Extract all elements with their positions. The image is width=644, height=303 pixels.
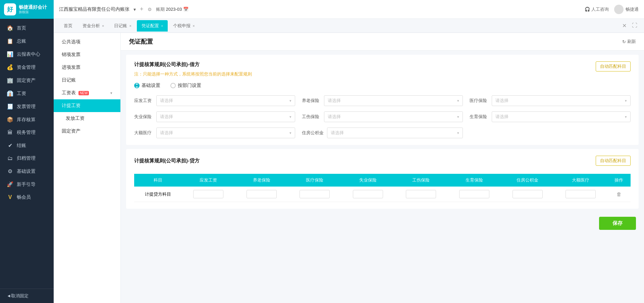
- yanglao-input[interactable]: [247, 190, 277, 198]
- tab-voucher-config[interactable]: 凭证配置 ×: [137, 20, 168, 32]
- chevron-down-icon: ▾: [457, 115, 459, 119]
- gongshang-input[interactable]: [406, 190, 436, 198]
- row-shengyu-input-cell: [448, 187, 501, 202]
- yanglao-baoxian-select[interactable]: 请选择 ▾: [324, 95, 463, 106]
- company-dropdown-icon[interactable]: ▾: [133, 7, 136, 12]
- topbar-right: 🎧 人工咨询 畅捷通: [585, 5, 639, 14]
- sidebar-item-invoice[interactable]: 🧾 发票管理: [0, 100, 54, 113]
- chevron-down-icon: ▾: [457, 99, 459, 103]
- sidebar-nav: 🏠 首页 📋 总账 📊 云报表中心 💰 资金管理 🏢 固定资产 👔 工资 🧾 发…: [0, 19, 54, 289]
- tab-label: 个税申报: [173, 23, 191, 29]
- menu-item-public[interactable]: 公共选项: [54, 36, 120, 48]
- sidebar-item-reports[interactable]: 📊 云报表中心: [0, 48, 54, 61]
- sidebar-item-home[interactable]: 🏠 首页: [0, 21, 54, 35]
- debit-auto-match-button[interactable]: 自动匹配科目: [596, 61, 631, 71]
- col-yingfa: 应发工资: [182, 174, 235, 187]
- delete-row-button[interactable]: 🗑: [616, 191, 622, 197]
- tab-journal[interactable]: 日记账 ×: [109, 20, 136, 32]
- menu-item-pay-salary[interactable]: 发放工资: [54, 112, 120, 125]
- tab-fund-analysis[interactable]: 资金分析 ×: [78, 20, 109, 32]
- calendar-icon[interactable]: 📅: [183, 7, 189, 12]
- sidebar-item-close[interactable]: ✔ 结账: [0, 139, 54, 152]
- col-shengyu: 生育保险: [448, 174, 501, 187]
- sidebar-item-tax[interactable]: 🏛 税务管理: [0, 126, 54, 139]
- menu-item-fixed-assets[interactable]: 固定资产: [54, 125, 120, 138]
- tabbar-right: ✕ ⛶: [621, 21, 639, 30]
- menu-item-wage-table[interactable]: 工资表 NEW ▾: [54, 87, 120, 99]
- menu-item-purchase-invoice[interactable]: 进项发票: [54, 61, 120, 74]
- company-name: 江西服宝精品有限责任公司内账张: [59, 6, 129, 12]
- main-area: 江西服宝精品有限责任公司内账张 ▾ + ⚙ 账期 2023-03 📅 🎧 人工咨…: [54, 0, 644, 303]
- shiye-input[interactable]: [353, 190, 383, 198]
- sidebar-item-ledger[interactable]: 📋 总账: [0, 35, 54, 48]
- expand-tab-ctrl-icon[interactable]: ⛶: [631, 21, 639, 30]
- inventory-icon: 📦: [7, 116, 13, 123]
- credit-auto-match-button[interactable]: 自动匹配科目: [596, 156, 631, 166]
- sidebar-item-label: 税务管理: [17, 130, 36, 136]
- radio-label: 按部门设置: [178, 83, 201, 89]
- field-gongshang-baoxian: 工伤保险 请选择 ▾: [302, 111, 463, 122]
- sidebar-item-vip[interactable]: V 畅会员: [0, 191, 54, 204]
- shengyu-input[interactable]: [459, 190, 489, 198]
- yingfa-input[interactable]: [193, 190, 223, 198]
- funds-icon: 💰: [7, 64, 13, 70]
- period-value[interactable]: 2023-03: [166, 7, 182, 12]
- yiliao-input[interactable]: [300, 190, 330, 198]
- sidebar-item-assets[interactable]: 🏢 固定资产: [0, 74, 54, 87]
- username: 畅捷通: [626, 6, 639, 12]
- refresh-button[interactable]: ↻ 刷新: [622, 39, 636, 45]
- tab-close-icon[interactable]: ×: [193, 24, 195, 28]
- sidebar-item-settings[interactable]: ⚙ 基础设置: [0, 165, 54, 178]
- tab-close-icon[interactable]: ×: [161, 24, 163, 28]
- field-label: 住房公积金: [302, 130, 324, 136]
- menu-label: 发放工资: [66, 115, 85, 121]
- close-tab-ctrl-icon[interactable]: ✕: [621, 21, 628, 30]
- add-company-button[interactable]: +: [140, 6, 144, 13]
- radio-unchecked-icon: [170, 83, 176, 88]
- user-menu[interactable]: 畅捷通: [614, 5, 639, 14]
- radio-dept-setting[interactable]: 按部门设置: [170, 83, 201, 89]
- app-name: 畅捷通好会计: [19, 4, 47, 10]
- col-shiye: 失业保险: [341, 174, 395, 187]
- tab-close-icon[interactable]: ×: [129, 24, 131, 28]
- unpin-label: ◄取消固定: [7, 293, 29, 299]
- yiliao-baoxian-select[interactable]: 请选择 ▾: [492, 95, 631, 106]
- select-placeholder: 请选择: [495, 98, 508, 104]
- sidebar-item-funds[interactable]: 💰 资金管理: [0, 61, 54, 74]
- settings-icon: ⚙: [7, 168, 13, 174]
- tab-label: 首页: [64, 23, 72, 29]
- chevron-down-icon: ▾: [625, 99, 627, 103]
- sidebar-item-inventory[interactable]: 📦 库存核算: [0, 113, 54, 126]
- refresh-label: 刷新: [627, 39, 636, 45]
- menu-item-sales-invoice[interactable]: 销项发票: [54, 48, 120, 61]
- tab-home[interactable]: 首页: [59, 20, 77, 32]
- gongshang-baoxian-select[interactable]: 请选择 ▾: [324, 111, 463, 122]
- tab-tax-filing[interactable]: 个税申报 ×: [168, 20, 199, 32]
- tab-close-icon[interactable]: ×: [102, 24, 104, 28]
- save-button[interactable]: 保存: [599, 217, 636, 230]
- zhufang-gongjijin-select[interactable]: 请选择 ▾: [327, 128, 463, 138]
- shiye-baoxian-select[interactable]: 请选择 ▾: [156, 111, 295, 122]
- sidebar-item-archive[interactable]: 🗂 归档管理: [0, 152, 54, 165]
- sidebar-item-salary[interactable]: 👔 工资: [0, 87, 54, 100]
- daejue-input[interactable]: [566, 190, 596, 198]
- daejue-yiliao-select[interactable]: 请选择 ▾: [156, 128, 295, 138]
- menu-item-journal[interactable]: 日记账: [54, 74, 120, 87]
- select-placeholder: 请选择: [328, 114, 341, 120]
- menu-item-accrue-salary[interactable]: 计提工资: [54, 99, 120, 112]
- field-daejue-yiliao: 大额医疗 请选择 ▾: [134, 128, 295, 138]
- sidebar-item-guide[interactable]: 🚀 新手引导: [0, 178, 54, 191]
- gongjijin-input[interactable]: [513, 190, 543, 198]
- credit-table-wrapper: 科目 应发工资 养老保险 医疗保险 失业保险 工伤保险 生育保险 住房公积金 大…: [134, 174, 631, 202]
- debit-section-title: 计提核算规则(公司承担)-借方: [134, 61, 596, 68]
- sidebar-item-label: 基础设置: [17, 168, 36, 174]
- shengyu-baoxian-select[interactable]: 请选择 ▾: [492, 111, 631, 122]
- col-daejue: 大额医疗: [554, 174, 607, 187]
- settings-gear-icon[interactable]: ⚙: [148, 7, 152, 12]
- unpin-sidebar-button[interactable]: ◄取消固定: [0, 289, 54, 303]
- chevron-down-icon: ▾: [289, 115, 291, 119]
- radio-basic-setting[interactable]: 基础设置: [134, 83, 160, 89]
- support-button[interactable]: 🎧 人工咨询: [585, 6, 609, 12]
- page-content: 凭证配置 ↻ 刷新 计提核算规则(公司承担)-借方 注：只能选择一种方式，系统将…: [121, 33, 644, 303]
- yingfa-gongzi-select[interactable]: 请选择 ▾: [156, 95, 295, 106]
